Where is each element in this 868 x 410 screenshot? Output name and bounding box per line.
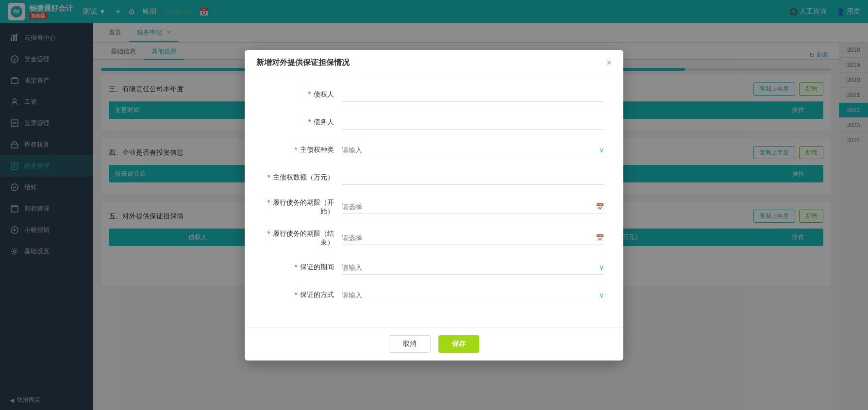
required-star-debt-start: * <box>267 198 270 206</box>
debt-end-label-text: 履行债务的期限（结束） <box>273 230 334 246</box>
guarantee-method-control: ∨ <box>342 288 604 302</box>
guarantee-period-dropdown-arrow[interactable]: ∨ <box>599 263 604 271</box>
form-row-creditor: * 债权人 <box>264 88 604 102</box>
form-row-guarantee-method: * 保证的方式 ∨ <box>264 288 604 302</box>
debt-end-input[interactable] <box>342 234 596 242</box>
debtor-label-text: 债务人 <box>314 118 334 126</box>
debt-end-control: 📅 <box>342 231 604 245</box>
claim-amount-input[interactable] <box>342 171 604 185</box>
claim-type-select[interactable]: ∨ <box>342 143 604 157</box>
debtor-label: * 债务人 <box>264 118 342 127</box>
form-row-claim-type: * 主债权种类 ∨ <box>264 143 604 157</box>
form-row-guarantee-period: * 保证的期间 ∨ <box>264 261 604 275</box>
guarantee-method-input[interactable] <box>342 291 599 299</box>
guarantee-method-dropdown-arrow[interactable]: ∨ <box>599 291 604 299</box>
guarantee-period-control: ∨ <box>342 261 604 275</box>
guarantee-period-select[interactable]: ∨ <box>342 261 604 275</box>
creditor-label: * 债权人 <box>264 90 342 99</box>
debt-start-label: * 履行债务的期限（开始） <box>264 198 342 216</box>
required-star-debt-end: * <box>267 230 270 237</box>
claim-amount-label-text: 主债权数额（万元） <box>273 173 334 181</box>
required-star-guarantee-period: * <box>295 263 297 271</box>
claim-type-control: ∨ <box>342 143 604 157</box>
claim-type-input[interactable] <box>342 146 599 154</box>
guarantee-method-label: * 保证的方式 <box>264 291 342 299</box>
debt-end-calendar-icon[interactable]: 📅 <box>596 234 604 242</box>
claim-amount-control <box>342 171 604 185</box>
form-row-debtor: * 债务人 <box>264 115 604 130</box>
modal-footer: 取消 保存 <box>245 327 623 361</box>
modal-body: * 债权人 * 债务人 * <box>245 76 623 327</box>
required-star-claim-type: * <box>295 146 297 153</box>
debt-start-date-wrapper: 📅 <box>342 200 604 214</box>
guarantee-period-input[interactable] <box>342 263 599 271</box>
form-row-debt-start: * 履行债务的期限（开始） 📅 <box>264 198 604 216</box>
debt-end-date-wrapper: 📅 <box>342 231 604 245</box>
form-row-claim-amount: * 主债权数额（万元） <box>264 171 604 185</box>
required-star-creditor: * <box>308 90 311 98</box>
cancel-button[interactable]: 取消 <box>389 335 431 353</box>
required-star-claim-amount: * <box>267 173 270 181</box>
creditor-control <box>342 88 604 102</box>
claim-amount-label: * 主债权数额（万元） <box>264 173 342 182</box>
modal: 新增对外提供保证担保情况 × * 债权人 * 债务人 <box>245 50 623 361</box>
creditor-label-text: 债权人 <box>314 90 334 98</box>
debtor-input[interactable] <box>342 115 604 130</box>
claim-type-label-text: 主债权种类 <box>300 146 334 153</box>
debt-start-calendar-icon[interactable]: 📅 <box>596 203 604 211</box>
claim-type-dropdown-arrow[interactable]: ∨ <box>599 146 604 154</box>
claim-type-label: * 主债权种类 <box>264 146 342 154</box>
debt-start-input[interactable] <box>342 203 596 211</box>
guarantee-method-label-text: 保证的方式 <box>300 291 334 298</box>
debtor-control <box>342 115 604 130</box>
guarantee-period-label: * 保证的期间 <box>264 263 342 272</box>
guarantee-period-label-text: 保证的期间 <box>300 263 334 271</box>
modal-close-button[interactable]: × <box>606 58 612 67</box>
save-button[interactable]: 保存 <box>438 335 479 353</box>
modal-header: 新增对外提供保证担保情况 × <box>245 50 623 76</box>
debt-start-label-text: 履行债务的期限（开始） <box>273 198 334 215</box>
creditor-input[interactable] <box>342 88 604 102</box>
required-star-guarantee-method: * <box>295 291 297 298</box>
guarantee-method-select[interactable]: ∨ <box>342 288 604 302</box>
required-star-debtor: * <box>308 118 311 126</box>
debt-start-control: 📅 <box>342 200 604 214</box>
modal-overlay: 新增对外提供保证担保情况 × * 债权人 * 债务人 <box>0 0 868 410</box>
form-row-debt-end: * 履行债务的期限（结束） 📅 <box>264 230 604 247</box>
modal-title: 新增对外提供保证担保情况 <box>256 58 350 68</box>
debt-end-label: * 履行债务的期限（结束） <box>264 230 342 247</box>
